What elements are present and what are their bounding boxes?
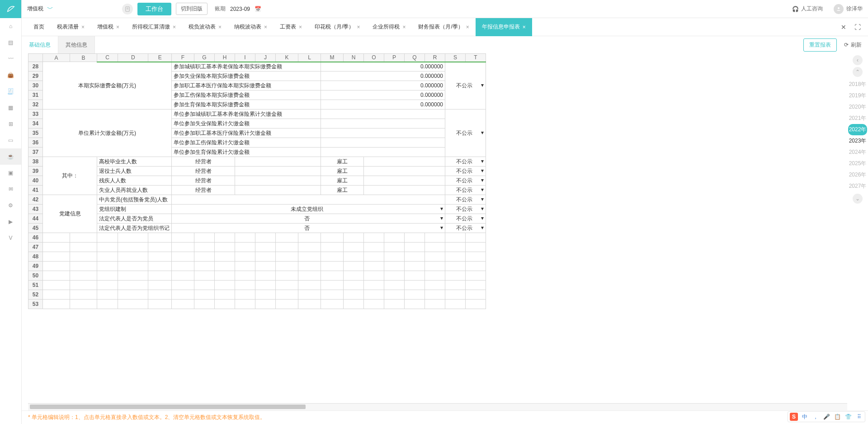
close-icon[interactable]: × (264, 24, 267, 30)
row-45[interactable]: 45 (28, 224, 43, 233)
sidebar-item-12[interactable]: ▶ (0, 214, 21, 230)
mid2-val[interactable] (364, 186, 445, 195)
switch-old-button[interactable]: 切到旧版 (176, 3, 208, 15)
public-cell[interactable]: 不公示▾ (445, 224, 486, 233)
sidebar-item-1[interactable]: ▤ (0, 34, 21, 51)
public-cell[interactable]: 不公示▾ (445, 62, 486, 110)
row-46[interactable]: 46 (28, 233, 43, 243)
public-cell[interactable]: 不公示▾ (445, 214, 486, 224)
row-52[interactable]: 52 (28, 290, 43, 300)
col-S[interactable]: S (445, 54, 466, 62)
org-selector[interactable]: 增值税 ﹀ (27, 5, 118, 13)
public-cell[interactable]: 不公示▾ (445, 110, 486, 157)
row-28[interactable]: 28 (28, 62, 43, 71)
mid1-val[interactable] (235, 167, 321, 176)
sidebar-item-2[interactable]: 〰 (0, 51, 21, 67)
user-menu[interactable]: 徐泽华 (834, 4, 863, 14)
col-J[interactable]: J (255, 54, 276, 62)
row-40[interactable]: 40 (28, 176, 43, 186)
close-icon[interactable]: × (81, 24, 85, 30)
ime-toolbar[interactable]: S 中，🎤📋👕⠿ (788, 411, 865, 422)
close-icon[interactable]: × (523, 24, 526, 30)
year-2019年[interactable]: 2019年 (848, 90, 867, 101)
cell-value[interactable] (321, 119, 445, 129)
col-E[interactable]: E (148, 54, 172, 62)
sidebar-item-5[interactable]: ▦ (0, 100, 21, 116)
year-2026年[interactable]: 2026年 (848, 169, 867, 181)
wide-val-cell[interactable]: 未成立党组织▾ (172, 205, 445, 214)
ime-item-4[interactable]: 👕 (844, 413, 852, 421)
rail-down-button[interactable]: ⌄ (853, 194, 863, 204)
rail-up-button[interactable]: ⌃ (853, 67, 863, 77)
wide-val-cell[interactable]: 否▾ (172, 214, 445, 224)
close-icon[interactable]: × (116, 24, 119, 30)
mid2-val[interactable] (364, 157, 445, 167)
year-2021年[interactable]: 2021年 (848, 113, 867, 124)
sidebar-item-11[interactable]: ⚙ (0, 197, 21, 214)
year-2022年[interactable]: 2022年 (848, 124, 867, 135)
cell-value[interactable] (321, 138, 445, 148)
horizontal-scrollbar[interactable] (28, 403, 847, 410)
expand-button[interactable]: ⛶ (853, 22, 863, 33)
cell-value[interactable]: 0.000000 (321, 91, 445, 100)
col-M[interactable]: M (321, 54, 344, 62)
col-D[interactable]: D (118, 54, 148, 62)
ime-item-2[interactable]: 🎤 (822, 413, 830, 421)
row-42[interactable]: 42 (28, 195, 43, 205)
public-cell[interactable]: 不公示▾ (445, 195, 486, 205)
tab-3[interactable]: 所得税汇算清缴× (126, 18, 182, 36)
row-29[interactable]: 29 (28, 71, 43, 81)
col-A[interactable]: A (43, 54, 70, 62)
close-all-tabs-button[interactable]: ✕ (839, 22, 848, 33)
row-48[interactable]: 48 (28, 252, 43, 262)
workbench-button[interactable]: 工作台 (137, 3, 171, 15)
row-36[interactable]: 36 (28, 138, 43, 148)
help-button[interactable]: 🎧 人工咨询 (792, 5, 823, 13)
tab-10[interactable]: 年报信息申报表× (476, 18, 532, 36)
wide-val-cell[interactable]: 否▾ (172, 224, 445, 233)
wide-val-cell[interactable] (172, 195, 445, 205)
col-C[interactable]: C (97, 54, 118, 62)
year-2023年[interactable]: 2023年 (848, 135, 867, 147)
close-icon[interactable]: × (218, 24, 222, 30)
row-35[interactable]: 35 (28, 129, 43, 138)
mid1-val[interactable] (235, 186, 321, 195)
sidebar-item-4[interactable]: 🧾 (0, 83, 21, 100)
tab-8[interactable]: 企业所得税× (366, 18, 412, 36)
tab-9[interactable]: 财务报表（月/季）× (412, 18, 475, 36)
close-icon[interactable]: × (299, 24, 302, 30)
cell-value[interactable] (321, 110, 445, 119)
row-31[interactable]: 31 (28, 91, 43, 100)
rail-collapse-button[interactable]: ‹ (853, 55, 863, 65)
cell-value[interactable] (321, 148, 445, 157)
mid2-val[interactable] (364, 167, 445, 176)
row-49[interactable]: 49 (28, 262, 43, 271)
row-30[interactable]: 30 (28, 81, 43, 91)
mid1-val[interactable] (235, 176, 321, 186)
year-2018年[interactable]: 2018年 (848, 79, 867, 90)
col-Q[interactable]: Q (405, 54, 425, 62)
sidebar-item-9[interactable]: ▣ (0, 165, 21, 181)
row-34[interactable]: 34 (28, 119, 43, 129)
ime-s-icon[interactable]: S (790, 413, 798, 421)
col-I[interactable]: I (235, 54, 255, 62)
row-38[interactable]: 38 (28, 157, 43, 167)
year-2025年[interactable]: 2025年 (848, 158, 867, 169)
sidebar-item-13[interactable]: V (0, 230, 21, 246)
col-P[interactable]: P (384, 54, 405, 62)
col-K[interactable]: K (276, 54, 298, 62)
row-32[interactable]: 32 (28, 100, 43, 110)
row-33[interactable]: 33 (28, 110, 43, 119)
col-L[interactable]: L (298, 54, 321, 62)
row-37[interactable]: 37 (28, 148, 43, 157)
tab-7[interactable]: 印花税（月/季）× (308, 18, 366, 36)
tab-6[interactable]: 工资表× (274, 18, 308, 36)
mid1-val[interactable] (235, 157, 321, 167)
sidebar-item-8[interactable]: ☕ (0, 148, 21, 165)
col-H[interactable]: H (215, 54, 235, 62)
tab-1[interactable]: 税表清册× (51, 18, 91, 36)
cell-value[interactable]: 0.000000 (321, 62, 445, 71)
sidebar-item-0[interactable]: ⌂ (0, 18, 21, 34)
sidebar-item-3[interactable]: 👜 (0, 67, 21, 83)
public-cell[interactable]: 不公示▾ (445, 167, 486, 176)
